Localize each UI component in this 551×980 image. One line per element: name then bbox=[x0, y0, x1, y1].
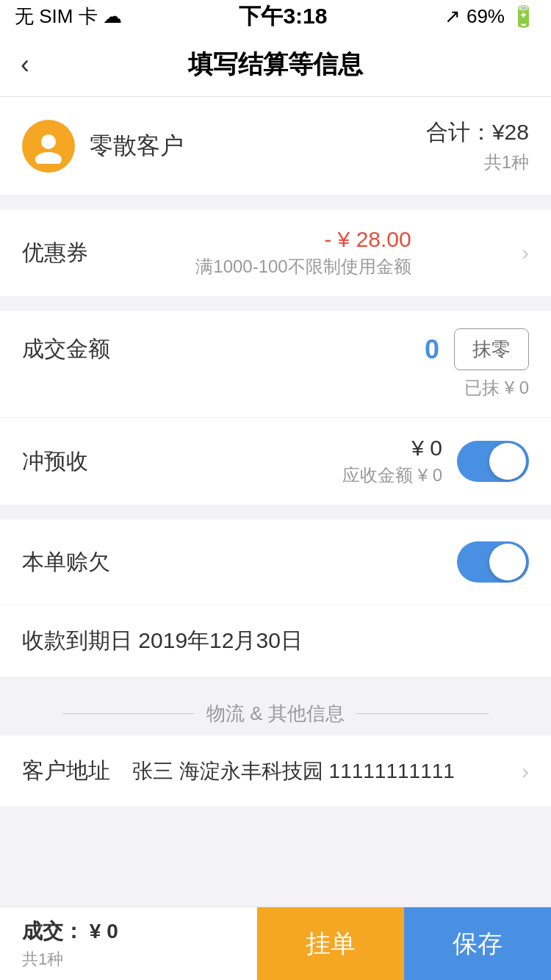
divider-line-right bbox=[356, 713, 489, 714]
status-right: ↗ 69% 🔋 bbox=[444, 4, 536, 29]
logistics-divider: 物流 & 其他信息 bbox=[0, 691, 551, 735]
duedate-row[interactable]: 收款到期日 2019年12月30日 bbox=[0, 605, 551, 677]
precollect-right: ¥ 0 应收金额 ¥ 0 bbox=[342, 436, 529, 487]
coupon-section[interactable]: 优惠券 - ¥ 28.00 满1000-100不限制使用金额 › bbox=[0, 209, 551, 296]
debt-section: 本单赊欠 收款到期日 2019年12月30日 bbox=[0, 519, 551, 677]
bottom-summary-top: 成交： ¥ 0 bbox=[22, 918, 235, 945]
coupon-right: - ¥ 28.00 满1000-100不限制使用金额 bbox=[195, 227, 411, 278]
toggle-knob bbox=[489, 443, 526, 480]
debt-row: 本单赊欠 bbox=[0, 519, 551, 605]
bottom-value: ¥ 0 bbox=[90, 920, 118, 943]
hang-button[interactable]: 挂单 bbox=[257, 907, 404, 981]
coupon-label: 优惠券 bbox=[22, 238, 88, 268]
back-button[interactable]: ‹ bbox=[21, 49, 29, 80]
customer-row: 零散客户 合计：¥28 共1种 bbox=[0, 97, 551, 195]
bottom-summary-count: 共1种 bbox=[22, 948, 235, 970]
status-time: 下午3:18 bbox=[239, 1, 327, 32]
customer-name: 零散客户 bbox=[90, 130, 184, 162]
coupon-desc: 满1000-100不限制使用金额 bbox=[195, 255, 411, 278]
deal-value: 0 bbox=[425, 334, 439, 365]
address-row[interactable]: 客户地址 张三 海淀永丰科技园 11111111111 › bbox=[0, 735, 551, 807]
customer-right: 合计：¥28 共1种 bbox=[426, 118, 529, 174]
customer-total: 合计：¥28 bbox=[426, 118, 529, 148]
address-chevron: › bbox=[522, 759, 529, 784]
nav-bar: ‹ 填写结算等信息 bbox=[0, 32, 551, 97]
deal-amount-row: 成交金额 0 抹零 已抹 ¥ 0 bbox=[0, 311, 551, 417]
precollect-amount: ¥ 0 bbox=[342, 436, 442, 461]
deal-sub: 已抹 ¥ 0 bbox=[22, 376, 529, 400]
coupon-amount: - ¥ 28.00 bbox=[195, 227, 411, 252]
divider-line-left bbox=[62, 713, 195, 714]
deal-right: 0 抹零 bbox=[425, 328, 529, 370]
precollect-toggle[interactable] bbox=[457, 441, 529, 482]
precollect-row: 冲预收 ¥ 0 应收金额 ¥ 0 bbox=[0, 417, 551, 505]
save-button[interactable]: 保存 bbox=[404, 907, 551, 981]
customer-section: 零散客户 合计：¥28 共1种 bbox=[0, 97, 551, 195]
deal-section: 成交金额 0 抹零 已抹 ¥ 0 冲预收 ¥ 0 应收金额 ¥ 0 bbox=[0, 311, 551, 505]
customer-left: 零散客户 bbox=[22, 120, 184, 173]
coupon-row[interactable]: 优惠券 - ¥ 28.00 满1000-100不限制使用金额 › bbox=[0, 209, 551, 296]
debt-toggle[interactable] bbox=[457, 541, 529, 583]
location-icon: ↗ bbox=[444, 5, 461, 28]
status-left: 无 SIM 卡 ☁ bbox=[15, 4, 122, 29]
svg-point-0 bbox=[41, 134, 56, 149]
logistics-label: 物流 & 其他信息 bbox=[206, 701, 345, 727]
duedate-text: 收款到期日 2019年12月30日 bbox=[22, 628, 303, 652]
sim-status: 无 SIM 卡 ☁ bbox=[15, 4, 122, 29]
precollect-sub: 应收金额 ¥ 0 bbox=[342, 464, 442, 487]
avatar bbox=[22, 120, 75, 173]
round-button[interactable]: 抹零 bbox=[454, 328, 529, 370]
status-bar: 无 SIM 卡 ☁ 下午3:18 ↗ 69% 🔋 bbox=[0, 0, 551, 32]
deal-label: 成交金额 bbox=[22, 334, 110, 364]
precollect-label: 冲预收 bbox=[22, 447, 88, 477]
address-section: 客户地址 张三 海淀永丰科技园 11111111111 › bbox=[0, 735, 551, 807]
coupon-chevron: › bbox=[522, 240, 529, 265]
svg-point-1 bbox=[35, 152, 62, 164]
battery-level: 69% bbox=[467, 5, 505, 28]
bottom-bar: 成交： ¥ 0 共1种 挂单 保存 bbox=[0, 907, 551, 980]
address-label: 客户地址 bbox=[22, 756, 110, 786]
bottom-summary: 成交： ¥ 0 共1种 bbox=[0, 918, 257, 970]
battery-icon: 🔋 bbox=[511, 4, 536, 29]
address-value: 张三 海淀永丰科技园 11111111111 bbox=[132, 757, 500, 785]
customer-count: 共1种 bbox=[426, 151, 529, 174]
bottom-label: 成交： bbox=[22, 920, 84, 943]
page-title: 填写结算等信息 bbox=[188, 48, 363, 82]
debt-label: 本单赊欠 bbox=[22, 547, 110, 577]
debt-toggle-knob bbox=[489, 544, 526, 580]
